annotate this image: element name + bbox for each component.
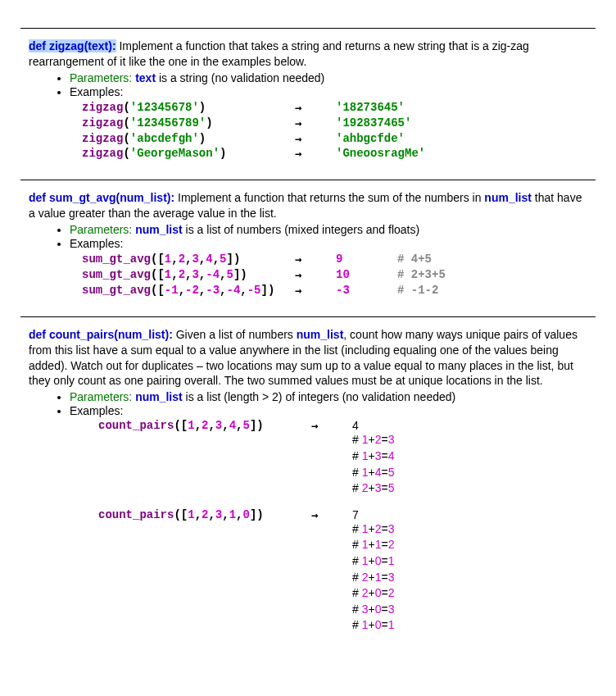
- task-zigzag: def zigzag(text): Implement a function t…: [20, 39, 596, 161]
- task-bullets: Parameters: num_list is a list (length >…: [20, 390, 596, 417]
- example-row: zigzag('12345678') → '18273645': [82, 100, 596, 116]
- task-bullets: Parameters: text is a string (no validat…: [20, 71, 596, 98]
- page-title-remnant: [20, 16, 596, 25]
- example-row: count_pairs([1,2,3,1,0]) → 7 # 1+2=3 # 1…: [98, 508, 596, 634]
- param-line: Parameters: num_list is a list of number…: [70, 223, 596, 236]
- param-rest: is a list (length > 2) of integers (no v…: [183, 390, 455, 403]
- fn-signature: def count_pairs(num_list):: [29, 328, 173, 341]
- inline-param: num_list: [297, 328, 344, 341]
- top-rule: [20, 28, 596, 29]
- param-rest: is a string (no validation needed): [156, 71, 324, 84]
- param-line: Parameters: num_list is a list (length >…: [70, 390, 596, 403]
- examples-block: count_pairs([1,2,3,4,5]) → 4 # 1+2=3 # 1…: [98, 419, 596, 634]
- divider: [20, 180, 596, 180]
- fn-signature: def zigzag(text):: [29, 39, 116, 52]
- example-row: count_pairs([1,2,3,4,5]) → 4 # 1+2=3 # 1…: [98, 419, 596, 496]
- examples-block: zigzag('12345678') → '18273645' zigzag('…: [82, 100, 596, 162]
- task-description: def zigzag(text): Implement a function t…: [29, 39, 587, 70]
- examples-label: Examples:: [70, 85, 596, 98]
- example-row: sum_gt_avg([1,2,3,-4,5]) → 10 # 2+3+5: [82, 267, 596, 283]
- examples-label: Examples:: [70, 237, 596, 250]
- task-description: def count_pairs(num_list): Given a list …: [29, 327, 587, 389]
- result-and-equations: 4 # 1+2=3 # 1+3=4 # 1+4=5 # 2+3=5: [352, 419, 394, 496]
- param-name: num_list: [135, 223, 183, 236]
- param-name: text: [135, 71, 156, 84]
- examples-label: Examples:: [70, 404, 596, 417]
- task-sum-gt-avg: def sum_gt_avg(num_list): Implement a fu…: [20, 190, 596, 298]
- inline-param: num_list: [484, 191, 532, 204]
- param-rest: is a list of numbers (mixed integers and…: [183, 223, 419, 236]
- fn-signature: def sum_gt_avg(num_list):: [29, 191, 174, 204]
- param-name: num_list: [135, 390, 183, 403]
- desc-text: Given a list of numbers: [173, 328, 297, 341]
- task-count-pairs: def count_pairs(num_list): Given a list …: [20, 327, 596, 634]
- param-label: Parameters:: [70, 223, 132, 236]
- example-row: zigzag('123456789') → '192837465': [82, 116, 596, 131]
- desc-text: Implement a function that returns the su…: [174, 191, 484, 204]
- example-row: sum_gt_avg([1,2,3,4,5]) → 9 # 4+5: [82, 252, 596, 267]
- example-row: zigzag('abcdefgh') → 'ahbgcfde': [82, 131, 596, 147]
- result-and-equations: 7 # 1+2=3 # 1+1=2 # 1+0=1 # 2+1=3 # 2+0=…: [352, 508, 394, 634]
- param-line: Parameters: text is a string (no validat…: [70, 71, 596, 84]
- example-row: sum_gt_avg([-1,-2,-3,-4,-5]) → -3 # -1-2: [82, 283, 596, 298]
- task-bullets: Parameters: num_list is a list of number…: [20, 223, 596, 250]
- param-label: Parameters:: [70, 390, 132, 403]
- example-row: zigzag('GeorgeMason') → 'GneoosragMe': [82, 146, 596, 161]
- task-description: def sum_gt_avg(num_list): Implement a fu…: [29, 190, 587, 221]
- divider: [20, 316, 596, 317]
- examples-block: sum_gt_avg([1,2,3,4,5]) → 9 # 4+5 sum_gt…: [82, 252, 596, 298]
- param-label: Parameters:: [70, 71, 132, 84]
